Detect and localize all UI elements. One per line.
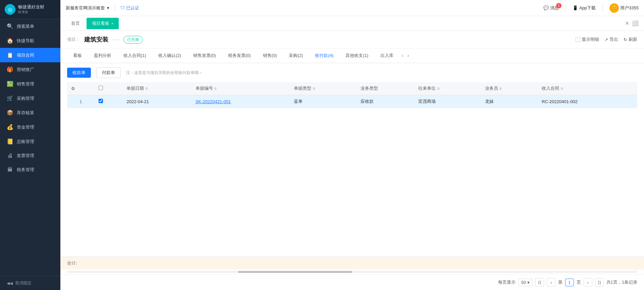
table-row[interactable]: 1 2022-04-21 SK-20220421-001 蓝单 应收款 宏茂商场… [67,95,637,108]
sidebar-nav: 🔍 搜索菜单 🏠 快捷导航 📋 项目合同 🎁 营销推广 💹 销售管理 🛒 采购管… [0,19,60,276]
biz-type-col-header: 业务类型 [357,82,414,95]
show-detail-label: 显示明细 [582,37,599,43]
sales-icon: 💹 [7,81,13,87]
row-date: 2022-04-21 [122,95,191,108]
prev-page-button[interactable]: ‹ [547,278,555,287]
tab-home[interactable]: 首页 [66,18,85,29]
message-badge: 1 [556,3,561,8]
sub-nav-profit[interactable]: 盈利分析 [88,49,117,63]
sub-nav-other-expense[interactable]: 其他收支(1) [339,49,374,63]
sub-nav-prev-arrow[interactable]: ‹ [399,53,405,59]
per-page-label: 每页显示 [498,279,516,285]
salesman-col-header[interactable]: 业务员 [481,82,538,95]
box-icon: 📦 [7,110,13,116]
settings-icon[interactable]: ⚙ [71,86,75,91]
sub-nav-income-confirm[interactable]: 收入确认(2) [152,49,187,63]
total-info: 共1页，1条记录 [606,279,637,285]
select-all-checkbox[interactable] [99,86,103,90]
sidebar-item-ledger[interactable]: 📒 总账管理 [0,134,60,149]
project-actions: 显示明细 ↗ 导出 ↻ 刷新 [576,37,637,43]
sidebar-item-label: 采购管理 [17,95,34,101]
sidebar-item-purchase[interactable]: 🛒 采购管理 [0,91,60,105]
export-icon: ↗ [604,37,608,42]
checkbox-col-header[interactable] [95,82,123,95]
last-page-button[interactable]: ⟩⟩ [595,278,604,287]
logo-subtitle: 标准版 [18,10,44,14]
sidebar-item-marketing[interactable]: 🎁 营销推广 [0,62,60,77]
sub-nav-tax-invoice[interactable]: 税务发票(0) [222,49,257,63]
sub-nav-receipt[interactable]: 收付款(4) [309,49,339,63]
tab-project-board-label: 项目看板 [92,20,109,26]
sidebar-item-sales[interactable]: 💹 销售管理 [0,77,60,91]
row-partner: 宏茂商场 [414,95,481,108]
receipt-bill-tab[interactable]: 收款单 [67,68,91,78]
sub-nav-purchase[interactable]: 采购(2) [283,49,309,63]
sub-nav-in-out-store[interactable]: 出入库 [374,49,399,63]
home-icon: 🏠 [7,38,13,44]
bill-number-link[interactable]: SK-20220421-001 [196,99,231,104]
tab-close-icon[interactable]: × [111,21,113,25]
row-number-link[interactable]: SK-20220421-001 [192,95,290,108]
partner-col-header[interactable]: 往来单位 [414,82,481,95]
scrollbar-track [67,271,637,273]
project-label: 项目： [67,37,80,43]
next-page-button[interactable]: › [584,278,592,287]
ledger-icon: 📒 [7,138,13,145]
sidebar-item-quick-nav[interactable]: 🏠 快捷导航 [0,33,60,48]
project-header: 项目： 建筑安装 ··· 已生效 显示明细 ↗ 导出 ↻ 刷新 [60,31,644,49]
sidebar-item-label: 库存核算 [17,110,34,116]
first-page-button[interactable]: ⟨⟨ [535,278,544,287]
sub-nav-income-contract[interactable]: 收入合同(1) [117,49,152,63]
row-select-checkbox[interactable] [99,99,103,103]
topbar-right: 💬 消息 1 📱 App下载 😊 用户3355 [543,3,639,13]
unpin-icon: ◀◀ [7,281,13,286]
scrollbar-thumb[interactable] [238,271,352,273]
sidebar-item-search[interactable]: 🔍 搜索菜单 [0,19,60,33]
show-detail-toggle[interactable]: 显示明细 [576,37,599,43]
tab-project-board[interactable]: 项目看板 × [87,18,119,29]
close-button[interactable]: ✕ [625,20,629,26]
more-options-icon[interactable]: ··· [112,36,119,43]
avatar: 😊 [609,3,619,13]
horizontal-scrollbar[interactable] [60,270,644,274]
sub-nav-sales[interactable]: 销售(0) [257,49,283,63]
settings-col-header[interactable]: ⚙ [67,82,95,95]
row-checkbox[interactable] [95,95,123,108]
current-page: 1 [565,279,574,286]
payment-bill-tab[interactable]: 付款单 [96,67,121,78]
project-selector[interactable]: 新服务官网演示账套 ▾ [66,5,109,11]
refresh-button[interactable]: ↻ 刷新 [624,37,637,43]
sub-nav-kanban[interactable]: 看板 [67,49,88,63]
export-button[interactable]: ↗ 导出 [604,37,618,43]
table-container: ⚙ 单据日期 单据编号 单据类型 [60,82,644,257]
sidebar-item-invoice[interactable]: 🖨 发票管理 [0,149,60,163]
sidebar-item-label: 项目合同 [17,52,34,58]
project-name: 新服务官网演示账套 [66,5,105,11]
total-label: 合计: [67,261,77,266]
sidebar-item-capital[interactable]: 💰 资金管理 [0,120,60,134]
row-income-contract: RC-20220401-002 [538,95,637,108]
app-download-button[interactable]: 📱 App下载 [573,5,596,11]
maximize-button[interactable]: ⬜ [632,20,639,26]
date-col-header[interactable]: 单据日期 [122,82,191,95]
sidebar-item-project-contract[interactable]: 📋 项目合同 [0,48,60,62]
project-title: 建筑安装 [84,35,108,44]
income-contract-col-header[interactable]: 收入合同 [538,82,637,95]
toolbar-note: 注：这里是与项目关联的全部收付款单哦～ [126,70,203,76]
row-number: 1 [67,95,95,108]
message-button[interactable]: 💬 消息 1 [543,5,559,11]
sub-nav-next-arrow[interactable]: › [405,53,411,59]
unpin-button[interactable]: ◀◀ 取消固定 [0,276,60,290]
sub-nav-sales-invoice[interactable]: 销售发票(0) [187,49,222,63]
sidebar-item-tax[interactable]: 🏛 税务管理 [0,163,60,177]
user-menu[interactable]: 😊 用户3355 [609,3,639,13]
window-controls: ✕ ⬜ [625,20,639,26]
per-page-select[interactable]: 50 ▾ [518,279,533,286]
type-col-header[interactable]: 单据类型 [290,82,357,95]
page-label: 第 [558,279,562,285]
chevron-down-icon: ▾ [107,5,109,10]
number-col-header[interactable]: 单据编号 [192,82,290,95]
sidebar-item-label: 发票管理 [17,153,34,159]
show-detail-checkbox[interactable] [576,37,580,42]
sidebar-item-inventory[interactable]: 📦 库存核算 [0,105,60,120]
